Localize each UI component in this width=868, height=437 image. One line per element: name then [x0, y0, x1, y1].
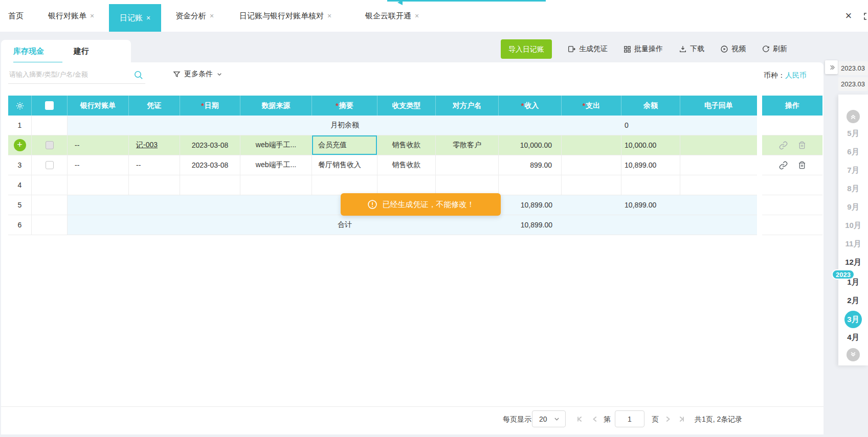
month-item-9[interactable]: 9月: [838, 202, 868, 212]
table-row-empty[interactable]: 4: [8, 175, 757, 195]
tab-journal-active[interactable]: 日记账×: [109, 4, 161, 32]
tab-close-icon[interactable]: ×: [210, 12, 214, 20]
header-receipt: 电子回单: [680, 96, 757, 116]
per-page-select[interactable]: 20: [532, 410, 566, 427]
cell-bank: --: [68, 135, 129, 155]
row-checkbox[interactable]: [46, 161, 54, 169]
delete-row-icon[interactable]: [798, 141, 806, 149]
cell-receipt: [680, 135, 757, 155]
scroll-months-down-button[interactable]: [847, 348, 860, 361]
table-row-selected[interactable]: + -- 记-003 2023-03-08 web端手工... 会员充值 销售收…: [8, 135, 757, 155]
month-item-4[interactable]: 4月: [838, 333, 868, 342]
subtab-cash[interactable]: 库存现金: [13, 40, 44, 62]
delete-row-icon[interactable]: [798, 161, 806, 169]
row-number: 1: [8, 116, 32, 135]
date-range-end-chip[interactable]: 2023.03: [838, 77, 868, 91]
select-all-checkbox[interactable]: [45, 101, 54, 110]
toast-message: 已经生成凭证，不能修改！: [383, 200, 475, 210]
select-all-cell[interactable]: [32, 96, 68, 116]
tab-close-icon[interactable]: ×: [415, 12, 419, 20]
header-bank-statement: 银行对账单: [68, 96, 129, 116]
cell-source: web端手工...: [240, 135, 312, 155]
import-journal-button[interactable]: 导入日记账: [501, 39, 552, 59]
row-number: 4: [8, 175, 32, 195]
search-input[interactable]: [8, 66, 145, 84]
link-voucher-icon[interactable]: [779, 161, 788, 170]
cell-summary: 餐厅销售收入: [312, 155, 377, 175]
tab-close-icon[interactable]: ×: [146, 14, 150, 22]
row-checkbox-disabled[interactable]: [46, 141, 54, 149]
chevron-down-icon: [553, 416, 560, 422]
page-number-input[interactable]: [615, 410, 644, 427]
prev-page-icon[interactable]: [591, 415, 599, 423]
header-operations: 操作: [762, 96, 822, 116]
month-item-12[interactable]: 12月: [838, 258, 868, 267]
tab-fund-analysis[interactable]: 资金分析×: [175, 0, 214, 32]
header-source: 数据来源: [240, 96, 312, 116]
add-row-button[interactable]: +: [14, 139, 26, 151]
search-icon[interactable]: [133, 70, 143, 80]
month-item-10[interactable]: 10月: [838, 221, 868, 231]
download-button[interactable]: 下载: [679, 44, 704, 54]
cell-type: 销售收款: [377, 135, 436, 155]
header-expense: *支出: [562, 96, 621, 116]
last-page-icon[interactable]: [677, 415, 685, 423]
month-item-2[interactable]: 2月: [838, 296, 868, 306]
page-prefix-label: 第: [604, 415, 611, 424]
teal-decoration-line: [387, 0, 546, 2]
month-item-11[interactable]: 11月: [838, 239, 868, 249]
first-page-icon[interactable]: [576, 415, 584, 423]
cell-voucher: --: [129, 155, 180, 175]
month-item-5[interactable]: 5月: [838, 129, 868, 139]
cell-type: 销售收款: [377, 155, 436, 175]
cell-income: 10,000.00: [499, 135, 562, 155]
sidebar-collapse-button[interactable]: [825, 60, 838, 74]
operations-row: [762, 135, 822, 155]
link-voucher-icon[interactable]: [779, 141, 788, 150]
cell-income: 899.00: [499, 155, 562, 175]
cell-summary-selected[interactable]: 会员充值: [312, 135, 377, 155]
header-income: *收入: [499, 96, 562, 116]
cell-expense: [562, 155, 621, 175]
generate-voucher-icon: [568, 45, 576, 53]
tab-home[interactable]: 首页: [8, 0, 24, 32]
voucher-link[interactable]: 记-003: [136, 141, 158, 150]
tab-bank-cloud[interactable]: 银企云联开通×: [365, 0, 419, 32]
cell-source: web端手工...: [240, 155, 312, 175]
row-number: 6: [8, 215, 32, 235]
month-item-3-selected[interactable]: 3月: [844, 311, 862, 328]
tab-close-icon[interactable]: ×: [90, 12, 94, 20]
fullscreen-icon[interactable]: [863, 12, 868, 20]
month-item-7[interactable]: 7月: [838, 166, 868, 175]
double-chevron-right-icon: [828, 64, 835, 71]
cell-expense: [562, 135, 621, 155]
refresh-button[interactable]: 刷新: [762, 44, 787, 54]
more-filters-button[interactable]: 更多条件: [173, 70, 222, 79]
header-type: 收支类型: [377, 96, 436, 116]
tab-bank-statement[interactable]: 银行对账单×: [48, 0, 94, 32]
subtab-ccb-bank[interactable]: 建行: [74, 40, 89, 62]
video-button[interactable]: 视频: [720, 44, 746, 54]
month-total-income: 10,899.00: [499, 195, 562, 215]
column-settings-cell[interactable]: [8, 96, 32, 116]
batch-operations-button[interactable]: 批量操作: [624, 44, 663, 54]
currency-value-link[interactable]: 人民币: [785, 71, 807, 79]
next-page-icon[interactable]: [663, 415, 672, 423]
month-picker-panel: 5月 6月 7月 8月 9月 10月 11月 12月 1月 2月 3月 4月: [838, 95, 868, 365]
download-icon: [679, 45, 687, 53]
operations-row: [762, 155, 822, 175]
page-suffix-label: 页: [652, 415, 659, 424]
chevron-down-icon: [216, 71, 222, 77]
scroll-months-up-button[interactable]: [847, 110, 860, 123]
month-item-6[interactable]: 6月: [838, 147, 868, 157]
tab-close-icon[interactable]: ×: [327, 12, 331, 20]
window-tab-bar: 首页 银行对账单× 日记账× 资金分析× 日记账与银行对账单核对× 银企云联开通…: [0, 0, 868, 32]
date-range-start-chip[interactable]: 2023.03: [838, 61, 868, 75]
generate-voucher-button[interactable]: 生成凭证: [568, 44, 608, 54]
close-icon[interactable]: ×: [841, 8, 856, 24]
tab-journal-bank-check[interactable]: 日记账与银行对账单核对×: [239, 0, 331, 32]
table-row[interactable]: 3 -- -- 2023-03-08 web端手工... 餐厅销售收入 销售收款…: [8, 155, 757, 175]
gear-icon: [15, 101, 25, 110]
month-item-8[interactable]: 8月: [838, 184, 868, 194]
play-video-icon: [720, 45, 728, 53]
